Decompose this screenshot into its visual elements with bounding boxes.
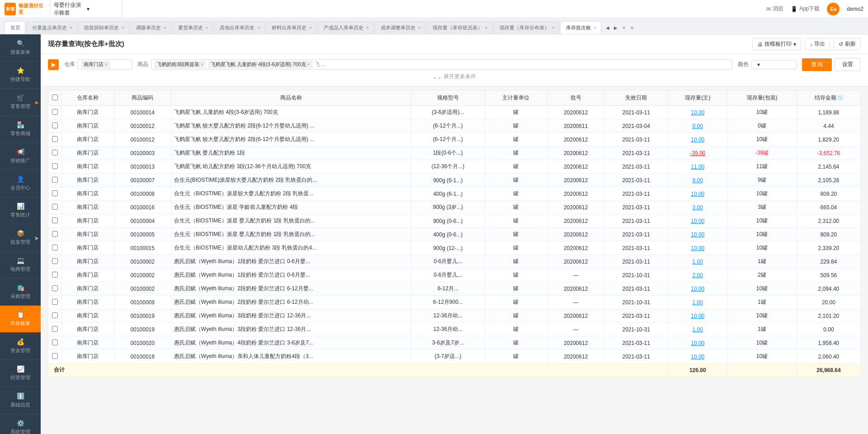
row-qty-main-link[interactable]: 10.00: [691, 191, 704, 197]
row-qty-main-link[interactable]: 10.00: [691, 354, 704, 360]
row-checkbox[interactable]: [52, 217, 58, 223]
tab-xianzai2-close[interactable]: ×: [552, 25, 555, 30]
tab-zuchai[interactable]: 组装拆卸单历史 ×: [78, 21, 129, 34]
row-qty-main-link[interactable]: 2.00: [693, 272, 703, 278]
expand-more-button[interactable]: ⌄⌄ 展开更多条件: [433, 73, 476, 80]
setting-button[interactable]: 设置: [835, 58, 861, 71]
export-button[interactable]: ↓ 导出: [805, 38, 830, 50]
tab-chanpin[interactable]: 产成品入库单历史 ×: [318, 21, 374, 34]
tab-close-all-button[interactable]: ×: [620, 24, 627, 31]
row-qty-main-link[interactable]: -39.00: [690, 150, 705, 156]
workspace-selector[interactable]: 母婴行业演示账套 ▾: [50, 0, 122, 19]
sidebar-item-retail-stat[interactable]: 📊 零售统计: [0, 197, 41, 224]
row-qty-main-link[interactable]: 3.00: [693, 204, 703, 211]
tab-chengben-close[interactable]: ×: [418, 25, 421, 30]
tab-xianzai1-close[interactable]: ×: [485, 25, 488, 30]
tab-home[interactable]: 首页: [5, 21, 25, 34]
warehouse-tag-container[interactable]: 南库门店 ×: [78, 59, 132, 70]
row-qty-main-link[interactable]: 11.00: [691, 164, 704, 170]
row-qty-main-link[interactable]: 10.00: [691, 340, 704, 346]
filter-collapse-button[interactable]: ▶: [48, 59, 59, 70]
row-checkbox[interactable]: [52, 272, 58, 278]
product-tags-container[interactable]: 飞鹤奶粉3段两提装 × 飞鹤星飞帆 儿童奶粉 4段(3-6岁适用) 700克 ×…: [151, 59, 732, 70]
row-qty-main-link[interactable]: 10.00: [691, 313, 704, 319]
sidebar-item-marketing[interactable]: 📢 营销推广: [0, 143, 41, 170]
print-button[interactable]: 🖨 按模板打印 ▾: [752, 38, 801, 50]
row-checkbox[interactable]: [52, 245, 58, 250]
row-checkbox[interactable]: [52, 258, 58, 264]
refresh-button[interactable]: ↺ 刷新: [834, 38, 861, 50]
row-checkbox[interactable]: [52, 109, 58, 115]
row-qty-main-link[interactable]: 1.00: [693, 299, 703, 306]
tab-xianzai1[interactable]: 现存量（库存状况表） ×: [427, 21, 493, 34]
tab-chengben[interactable]: 成本调整单历史 ×: [375, 21, 426, 34]
color-dropdown[interactable]: ▾: [751, 60, 797, 69]
row-checkbox[interactable]: [52, 150, 58, 156]
sidebar-item-finance[interactable]: 💰 资金管理: [0, 333, 41, 360]
row-qty-main-link[interactable]: 1.00: [693, 326, 703, 333]
tab-yaohuo-close[interactable]: ×: [206, 25, 208, 30]
row-checkbox[interactable]: [52, 353, 58, 359]
tab-qita-close[interactable]: ×: [257, 25, 260, 30]
sidebar-item-retail[interactable]: 🛒 零售管理 ▶: [0, 89, 41, 116]
sidebar-item-search[interactable]: 🔍 搜索菜单: [0, 34, 41, 61]
row-checkbox[interactable]: [52, 312, 58, 318]
tab-kucunpici[interactable]: 库存批次账 ×: [560, 21, 601, 34]
sidebar-item-system[interactable]: ⚙️ 系统管理: [0, 414, 41, 434]
query-button[interactable]: 查询: [802, 58, 832, 71]
tab-chanpin-close[interactable]: ×: [366, 25, 369, 30]
select-all-checkbox[interactable]: [52, 94, 58, 100]
tab-next-button[interactable]: ▶: [612, 24, 619, 31]
sidebar-item-member[interactable]: 👤 会员中心: [0, 170, 41, 197]
sidebar-item-batch[interactable]: 📦 批发管理 ▶: [0, 224, 41, 251]
row-qty-main-link[interactable]: 10.00: [691, 245, 704, 251]
avatar[interactable]: Ea: [827, 3, 840, 15]
row-qty-main-link[interactable]: 10.00: [691, 137, 704, 143]
row-qty-main-link[interactable]: 9.00: [693, 177, 703, 184]
message-button[interactable]: ✉ 消息: [766, 5, 783, 13]
tab-kucunpici-close[interactable]: ×: [594, 25, 596, 30]
warehouse-tag-close[interactable]: ×: [105, 62, 108, 67]
tab-prev-button[interactable]: ◀: [604, 24, 611, 31]
sidebar-item-operations[interactable]: 📈 经营管理: [0, 360, 41, 387]
sidebar-item-ecommerce[interactable]: 💻 电商管理: [0, 251, 41, 278]
tab-yaohuo[interactable]: 要货单历史 ×: [172, 21, 213, 34]
sidebar-item-retail-shop[interactable]: 🏪 零售商城: [0, 116, 41, 143]
tab-zuchai-close[interactable]: ×: [122, 25, 124, 30]
product-more-label[interactable]: 飞 ...: [315, 61, 326, 68]
row-qty-main-link[interactable]: 10.00: [691, 231, 704, 238]
product-tag-2-close[interactable]: ×: [307, 62, 310, 67]
tab-menu-button[interactable]: ≡: [628, 24, 636, 31]
amount-info-icon[interactable]: ⓘ: [838, 95, 843, 100]
row-qty-main-link[interactable]: 1.00: [693, 259, 703, 265]
row-checkbox[interactable]: [52, 190, 58, 196]
row-checkbox[interactable]: [52, 136, 58, 142]
row-qty-main-link[interactable]: 10.00: [691, 218, 704, 224]
tab-fenpan-close[interactable]: ×: [70, 25, 72, 30]
sidebar-item-purchase[interactable]: 🛍️ 采购管理: [0, 278, 41, 306]
row-checkbox[interactable]: [52, 123, 58, 128]
row-qty-main-link[interactable]: 0.00: [693, 123, 703, 129]
tab-fenpan[interactable]: 分量盘点单历史 ×: [26, 21, 77, 34]
row-checkbox[interactable]: [52, 204, 58, 210]
row-checkbox[interactable]: [52, 299, 58, 305]
product-tag-1-close[interactable]: ×: [201, 62, 203, 67]
sidebar-item-basics[interactable]: ℹ️ 基础信息: [0, 387, 41, 414]
tab-cailiao-close[interactable]: ×: [309, 25, 312, 30]
tab-xianzai2[interactable]: 现存量（库存分布表） ×: [494, 21, 560, 34]
app-download-button[interactable]: 📱 App下载: [791, 5, 820, 13]
sidebar-item-shortcut[interactable]: ⭐ 快捷导航: [0, 61, 41, 89]
row-qty-main-link[interactable]: 10.00: [691, 286, 704, 292]
tab-qita[interactable]: 其他出库单历史 ×: [214, 21, 265, 34]
row-checkbox[interactable]: [52, 326, 58, 332]
tab-diaopi-close[interactable]: ×: [164, 25, 166, 30]
row-checkbox[interactable]: [52, 177, 58, 183]
row-checkbox[interactable]: [52, 340, 58, 345]
tab-diaopi[interactable]: 调拨单历史 ×: [130, 21, 171, 34]
sidebar-item-inventory[interactable]: 📋 库存核算: [0, 306, 41, 333]
row-checkbox[interactable]: [52, 231, 58, 237]
row-checkbox[interactable]: [52, 163, 58, 169]
tab-cailiao[interactable]: 材料出库单历史 ×: [266, 21, 317, 34]
row-qty-main-link[interactable]: 10.00: [691, 109, 704, 116]
row-checkbox[interactable]: [52, 285, 58, 291]
